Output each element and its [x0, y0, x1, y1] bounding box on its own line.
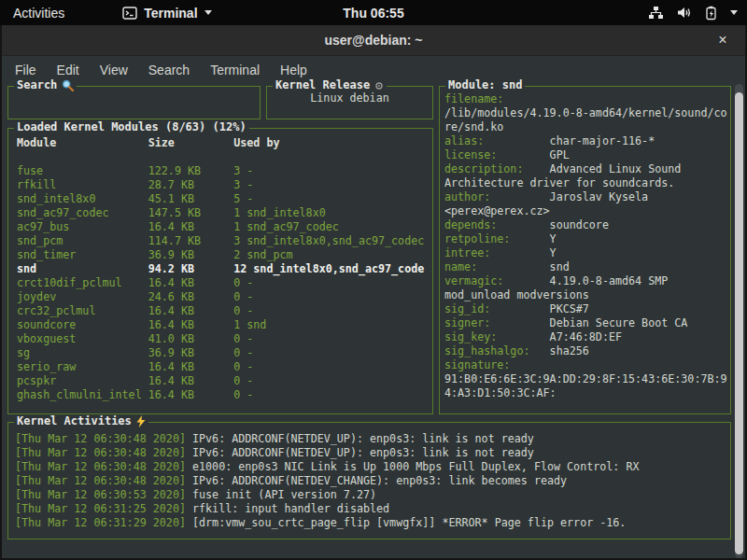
app-menu-label: Terminal	[144, 6, 197, 21]
module-info-line: description: Advanced Linux Sound	[444, 162, 730, 176]
module-info-line: filename:	[444, 92, 730, 106]
lightning-icon	[136, 415, 146, 427]
table-row-snd_intel8x0[interactable]: snd_intel8x0 45.1 KB 5 -	[17, 192, 432, 206]
table-row-crc32_pclmul[interactable]: crc32_pclmul 16.4 KB 0 -	[17, 304, 432, 318]
module-info-panel: Module: snd filename: /lib/modules/4.19.…	[439, 86, 731, 414]
log-line: [Thu Mar 12 06:30:48 2020] IPv6: ADDRCON…	[15, 474, 730, 488]
terminal-app-icon	[122, 7, 137, 20]
chevron-down-icon	[204, 10, 212, 15]
module-info-line: depends: soundcore	[444, 218, 730, 232]
module-info-line: signature:	[444, 358, 730, 372]
table-row-ghash_clmulni_intel[interactable]: ghash_clmulni_intel 16.4 KB 0 -	[17, 388, 432, 402]
clock: Thu 06:55	[0, 6, 747, 21]
modules-table-title-text: Loaded Kernel Modules (8/63) (12%)	[17, 120, 247, 134]
table-row-snd_pcm[interactable]: snd_pcm 114.7 KB 3 snd_intel8x0,snd_ac97…	[17, 234, 432, 248]
module-info-line: author: Jaroslav Kysela	[444, 190, 730, 204]
module-info-line: name: snd	[444, 260, 730, 274]
table-row-crct10dif_pclmul[interactable]: crct10dif_pclmul 16.4 KB 0 -	[17, 276, 432, 290]
table-row-ac97_bus[interactable]: ac97_bus 16.4 KB 1 snd_ac97_codec	[17, 220, 432, 234]
close-button[interactable]: ×	[713, 31, 732, 49]
log-line: [Thu Mar 12 06:30:48 2020] e1000: enp0s3…	[15, 460, 730, 474]
table-row-soundcore[interactable]: soundcore 16.4 KB 1 snd	[17, 318, 432, 332]
kernel-activities-title-text: Kernel Activities	[17, 414, 132, 428]
menu-view[interactable]: View	[100, 63, 128, 77]
module-info-line: /lib/modules/4.19.0-8-amd64/kernel/sound…	[444, 106, 730, 120]
kernel-activities-body: [Thu Mar 12 06:30:48 2020] IPv6: ADDRCON…	[8, 423, 730, 530]
menu-edit[interactable]: Edit	[57, 63, 79, 77]
table-row-vboxguest[interactable]: vboxguest 41.0 KB 0 -	[17, 332, 432, 346]
table-header: Module Size Used by	[17, 136, 432, 150]
search-input[interactable]	[8, 87, 260, 119]
kernel-release-title: Kernel Release	[273, 78, 387, 92]
log-line: [Thu Mar 12 06:31:29 2020] [drm:vmw_sou_…	[15, 516, 730, 530]
table-row-serio_raw[interactable]: serio_raw 16.4 KB 0 -	[17, 360, 432, 374]
module-info-line: <perex@perex.cz>	[444, 204, 730, 218]
table-row-snd_ac97_codec[interactable]: snd_ac97_codec 147.5 KB 1 snd_intel8x0	[17, 206, 432, 220]
window-title: user@debian: ~	[324, 33, 422, 48]
modules-table-title: Loaded Kernel Modules (8/63) (12%)	[14, 120, 249, 134]
module-info-line: mod_unload modversions	[444, 288, 730, 302]
module-info-line: signer: Debian Secure Boot CA	[444, 316, 730, 330]
menu-terminal[interactable]: Terminal	[210, 63, 260, 77]
kernel-activities-title: Kernel Activities	[14, 414, 148, 428]
module-info-line: alias: char-major-116-*	[444, 134, 730, 148]
kernel-release-panel: Kernel Release Linux debian	[266, 86, 433, 119]
gear-icon	[374, 81, 384, 91]
window-titlebar[interactable]: user@debian: ~ ×	[2, 25, 745, 56]
module-info-line: vermagic: 4.19.0-8-amd64 SMP	[444, 274, 730, 288]
network-icon[interactable]	[648, 6, 664, 20]
module-info-line: sig_id: PKCS#7	[444, 302, 730, 316]
kernel-release-title-text: Kernel Release	[275, 78, 370, 92]
module-info-line: Architecture driver for soundcards.	[444, 176, 730, 190]
table-row-rfkill[interactable]: rfkill 28.7 KB 3 -	[17, 178, 432, 192]
log-line: [Thu Mar 12 06:30:48 2020] IPv6: ADDRCON…	[15, 432, 730, 446]
scrollbar-thumb[interactable]	[735, 92, 743, 554]
module-info-title: Module: snd	[445, 78, 525, 92]
kernel-release-value: Linux debian	[267, 91, 432, 105]
modules-table-panel: Loaded Kernel Modules (8/63) (12%) Modul…	[7, 128, 433, 414]
module-info-body: filename: /lib/modules/4.19.0-8-amd64/ke…	[440, 87, 730, 404]
log-line: [Thu Mar 12 06:31:25 2020] rfkill: input…	[15, 502, 730, 516]
module-info-line: license: GPL	[444, 148, 730, 162]
module-info-line: retpoline: Y	[444, 232, 730, 246]
activities-button[interactable]: Activities	[13, 6, 64, 21]
table-row-pcspkr[interactable]: pcspkr 16.4 KB 0 -	[17, 374, 432, 388]
chevron-down-icon[interactable]	[730, 10, 738, 15]
terminal-window: user@debian: ~ × FileEditViewSearchTermi…	[2, 25, 745, 558]
module-info-line: sig_hashalgo: sha256	[444, 344, 730, 358]
log-line: [Thu Mar 12 06:30:48 2020] IPv6: ADDRCON…	[15, 446, 730, 460]
module-info-line: sig_key: A7:46:8D:EF	[444, 330, 730, 344]
kernel-activities-panel: Kernel Activities [Thu Mar 12 06:30:48 2…	[7, 422, 731, 539]
module-info-title-text: Module: snd	[448, 78, 522, 92]
table-row-snd[interactable]: snd 94.2 KB 12 snd_intel8x0,snd_ac97_cod…	[17, 262, 432, 276]
table-row-sg[interactable]: sg 36.9 KB 0 -	[17, 346, 432, 360]
table-row-snd_timer[interactable]: snd_timer 36.9 KB 2 snd_pcm	[17, 248, 432, 262]
search-panel[interactable]: Search	[7, 86, 261, 119]
menu-help[interactable]: Help	[280, 63, 307, 77]
gnome-top-bar: Activities Terminal Thu 06:55	[0, 0, 747, 25]
menu-file[interactable]: File	[15, 63, 36, 77]
volume-icon[interactable]	[676, 6, 692, 20]
battery-icon[interactable]	[704, 6, 718, 21]
module-info-line: 4:A3:D1:50:3C:AF:	[444, 386, 730, 400]
module-info-line: intree: Y	[444, 246, 730, 260]
log-line: [Thu Mar 12 06:30:53 2020] fuse init (AP…	[15, 488, 730, 502]
module-info-line: re/snd.ko	[444, 120, 730, 134]
kmon-tui: Search Kernel Release	[2, 84, 745, 558]
menu-search[interactable]: Search	[148, 63, 190, 77]
module-info-line: 91:B0:E6:6E:3C:9A:DD:29:8F:15:43:6E:30:7…	[444, 372, 730, 386]
app-menu-button[interactable]: Terminal	[122, 6, 211, 21]
desktop: Activities Terminal Thu 06:55	[0, 0, 747, 560]
modules-table-body: Module Size Used byfuse 122.9 KB 3 -rfki…	[8, 129, 432, 402]
table-row-joydev[interactable]: joydev 24.6 KB 0 -	[17, 290, 432, 304]
table-row-fuse[interactable]: fuse 122.9 KB 3 -	[17, 164, 432, 178]
